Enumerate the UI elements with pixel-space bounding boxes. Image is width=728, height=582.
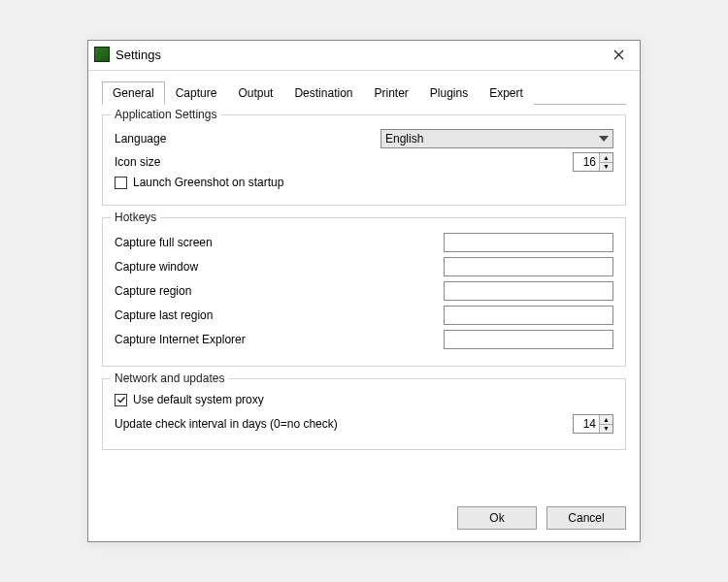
tab-general[interactable]: General bbox=[102, 81, 165, 105]
icon-size-label: Icon size bbox=[115, 155, 573, 169]
group-network-updates: Network and updates Use default system p… bbox=[102, 378, 626, 450]
hotkey-window-label: Capture window bbox=[115, 260, 444, 274]
icon-size-input[interactable] bbox=[574, 153, 599, 171]
hotkey-last-region-input[interactable] bbox=[444, 306, 613, 325]
close-button[interactable] bbox=[605, 45, 632, 64]
update-interval-label: Update check interval in days (0=no chec… bbox=[115, 417, 573, 431]
hotkey-region-input[interactable] bbox=[444, 281, 613, 301]
hotkey-window-input[interactable] bbox=[444, 257, 613, 276]
hotkey-full-screen-input[interactable] bbox=[444, 233, 613, 252]
dialog-footer: Ok Cancel bbox=[102, 462, 626, 530]
language-label: Language bbox=[115, 132, 381, 146]
group-hotkeys: Hotkeys Capture full screen Capture wind… bbox=[102, 217, 626, 367]
update-interval-spinner[interactable]: ▲ ▼ bbox=[573, 414, 613, 434]
group-application-settings: Application Settings Language English Ic… bbox=[102, 114, 626, 206]
hotkey-ie-label: Capture Internet Explorer bbox=[115, 333, 444, 346]
hotkey-full-screen-label: Capture full screen bbox=[115, 236, 444, 249]
tab-printer[interactable]: Printer bbox=[363, 81, 418, 105]
tab-capture[interactable]: Capture bbox=[165, 81, 228, 105]
hotkey-last-region-label: Capture last region bbox=[115, 308, 444, 322]
launch-on-startup-checkbox[interactable] bbox=[115, 177, 127, 189]
spinner-up-icon[interactable]: ▲ bbox=[600, 153, 612, 163]
update-interval-input[interactable] bbox=[574, 415, 599, 433]
language-select[interactable]: English bbox=[381, 129, 613, 148]
window-title: Settings bbox=[116, 48, 161, 62]
spinner-down-icon[interactable]: ▼ bbox=[600, 425, 612, 434]
hotkey-region-label: Capture region bbox=[115, 284, 444, 298]
tab-plugins[interactable]: Plugins bbox=[419, 81, 479, 105]
ok-button[interactable]: Ok bbox=[457, 506, 537, 530]
tabstrip: General Capture Output Destination Print… bbox=[102, 81, 626, 105]
app-icon bbox=[94, 47, 110, 62]
proxy-label: Use default system proxy bbox=[133, 393, 264, 406]
hotkey-ie-input[interactable] bbox=[444, 330, 613, 349]
group-legend: Hotkeys bbox=[111, 210, 160, 224]
group-legend: Network and updates bbox=[111, 372, 228, 385]
tab-output[interactable]: Output bbox=[227, 81, 283, 105]
icon-size-spinner[interactable]: ▲ ▼ bbox=[573, 152, 613, 172]
cancel-button[interactable]: Cancel bbox=[546, 506, 626, 530]
launch-on-startup-label: Launch Greenshot on startup bbox=[133, 176, 283, 189]
tab-expert[interactable]: Expert bbox=[479, 81, 534, 105]
group-legend: Application Settings bbox=[111, 108, 220, 121]
spinner-down-icon[interactable]: ▼ bbox=[600, 163, 612, 172]
proxy-checkbox[interactable] bbox=[115, 394, 127, 406]
tab-destination[interactable]: Destination bbox=[283, 81, 363, 105]
spinner-up-icon[interactable]: ▲ bbox=[600, 415, 612, 425]
titlebar: Settings bbox=[88, 41, 640, 71]
settings-window: Settings General Capture Output Destinat… bbox=[87, 40, 641, 542]
